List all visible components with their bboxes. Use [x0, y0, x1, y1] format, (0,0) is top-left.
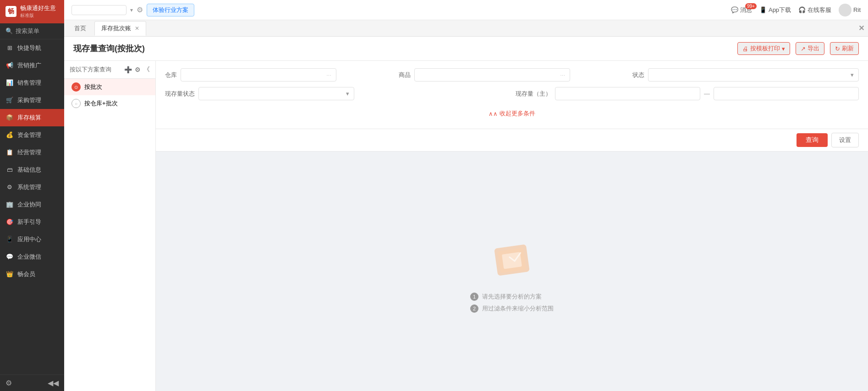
status-select[interactable]: ▾: [648, 68, 859, 81]
sidebar-search-label: 搜索菜单: [16, 27, 39, 35]
scheme-by-warehouse-batch-label: 按仓库+批次: [84, 99, 118, 108]
collapse-more-btn[interactable]: ∧∧ 收起更多条件: [165, 106, 859, 121]
sidebar-item-vip[interactable]: 👑 畅会员: [0, 266, 64, 283]
settings-footer-icon[interactable]: ⚙: [5, 379, 12, 387]
sidebar-item-app-center[interactable]: 📱 应用中心: [0, 231, 64, 248]
enterprise-icon: 🏢: [5, 201, 14, 209]
sidebar-item-wechat[interactable]: 💬 企业微信: [0, 248, 64, 266]
sidebar-item-label: 畅会员: [17, 270, 35, 278]
app-logo: 畅: [5, 6, 16, 17]
refresh-icon: ↻: [835, 45, 840, 52]
app-center-icon: 📱: [5, 235, 14, 244]
sidebar-item-purchase[interactable]: 🛒 采购管理: [0, 92, 64, 109]
status-chevron-icon: ▾: [851, 71, 854, 78]
topbar-search-input[interactable]: [71, 5, 126, 15]
tab-close-icon[interactable]: ✕: [135, 25, 139, 32]
warehouse-ellipsis[interactable]: ···: [326, 71, 331, 78]
warehouse-filter: 仓库 ···: [165, 68, 391, 81]
operations-icon: 📋: [5, 148, 14, 157]
phone-icon: 📱: [759, 6, 767, 13]
guide-icon: 🎯: [5, 218, 14, 226]
marketing-icon: 📢: [5, 61, 14, 70]
tab-home[interactable]: 首页: [68, 22, 93, 35]
sidebar-item-quick-nav[interactable]: ⊞ 快捷导航: [0, 39, 64, 57]
action-row: 查询 设置: [156, 129, 868, 152]
stock-qty-dash: —: [704, 90, 710, 97]
sidebar-item-base[interactable]: 🗃 基础信息: [0, 161, 64, 179]
sidebar-item-operations[interactable]: 📋 经营管理: [0, 144, 64, 161]
app-name-block: 畅康通好生意 标准版: [20, 5, 56, 19]
message-icon: 💬: [731, 6, 738, 13]
user-action[interactable]: Rit: [839, 4, 861, 16]
stock-qty-from[interactable]: [555, 87, 700, 100]
scheme-item-by-warehouse-batch[interactable]: ○ 按仓库+批次: [64, 95, 155, 112]
scheme-item-by-batch[interactable]: ⊙ 按批次: [64, 79, 155, 95]
trial-button[interactable]: 体验行业方案: [147, 4, 194, 16]
warehouse-input[interactable]: ···: [181, 68, 336, 81]
collapse-sidebar-icon[interactable]: ◀◀: [48, 379, 59, 387]
product-input[interactable]: ···: [414, 68, 570, 81]
message-badge: 99+: [745, 3, 757, 9]
sidebar-item-label: 资金管理: [17, 131, 41, 139]
sidebar: 畅 畅康通好生意 标准版 🔍 搜索菜单 ⊞ 快捷导航 📢 营销推广 📊 销售管理…: [0, 0, 64, 391]
stock-status-chevron-icon: ▾: [346, 90, 349, 97]
base-icon: 🗃: [5, 166, 14, 174]
sidebar-item-marketing[interactable]: 📢 营销推广: [0, 57, 64, 74]
collapse-up-icon: ∧∧: [489, 110, 498, 117]
filter-area: 仓库 ··· 商品 ···: [156, 61, 868, 129]
topbar-gear-icon[interactable]: ⚙: [137, 5, 143, 14]
topbar-left: ▾ ⚙ 体验行业方案: [71, 4, 725, 16]
sidebar-item-finance[interactable]: 💰 资金管理: [0, 126, 64, 144]
settings-button[interactable]: 设置: [831, 133, 859, 147]
left-panel-header: 按以下方案查询 ➕ ⚙ 《: [64, 61, 155, 79]
query-button[interactable]: 查询: [797, 133, 828, 147]
stock-status-label: 现存量状态: [165, 90, 195, 98]
export-icon: ↗: [801, 45, 806, 52]
sidebar-item-system[interactable]: ⚙ 系统管理: [0, 179, 64, 196]
content-area: 按以下方案查询 ➕ ⚙ 《 ⊙ 按批次 ○ 按仓库+批次: [64, 61, 868, 391]
filter-row-1: 仓库 ··· 商品 ···: [165, 68, 859, 81]
inventory-icon: 📦: [5, 114, 14, 122]
sidebar-item-guide[interactable]: 🎯 新手引导: [0, 213, 64, 231]
stock-qty-to[interactable]: [714, 87, 859, 100]
system-icon: ⚙: [5, 183, 14, 191]
scheme-settings-icon[interactable]: ⚙: [135, 66, 141, 73]
stock-status-filter: 现存量状态 ▾: [165, 87, 508, 100]
sidebar-item-enterprise[interactable]: 🏢 企业协同: [0, 196, 64, 213]
sidebar-item-sales[interactable]: 📊 销售管理: [0, 74, 64, 92]
export-button[interactable]: ↗ 导出: [796, 42, 824, 55]
add-scheme-icon[interactable]: ➕: [124, 66, 132, 73]
sidebar-item-inventory[interactable]: 📦 库存核算: [0, 109, 64, 126]
empty-svg: [484, 230, 539, 285]
topbar-chevron-icon[interactable]: ▾: [130, 7, 133, 13]
sidebar-item-label: 应用中心: [17, 235, 41, 244]
sidebar-item-label: 营销推广: [17, 61, 41, 70]
avatar: [839, 4, 852, 16]
collapse-left-icon[interactable]: 《: [143, 65, 150, 74]
main-area: ▾ ⚙ 体验行业方案 💬 消息 99+ 📱 App下载 🎧 在线客服 Rit: [64, 0, 868, 391]
page-header: 现存量查询(按批次) 🖨 按模板打印 ▾ ↗ 导出 ↻ 刷新: [64, 37, 868, 61]
stock-qty-filter: 现存量（主） —: [516, 87, 859, 100]
sidebar-item-label: 新手引导: [17, 218, 41, 226]
scheme-active-icon: ⊙: [71, 82, 81, 92]
search-icon: 🔍: [5, 27, 13, 34]
stock-status-select[interactable]: ▾: [198, 87, 354, 100]
product-ellipsis[interactable]: ···: [560, 71, 565, 78]
app-download-action[interactable]: 📱 App下载: [759, 6, 791, 14]
message-action[interactable]: 💬 消息 99+: [731, 6, 752, 14]
sidebar-search[interactable]: 🔍 搜索菜单: [0, 23, 64, 39]
headset-icon: 🎧: [798, 6, 806, 13]
finance-icon: 💰: [5, 131, 14, 139]
quick-nav-icon: ⊞: [5, 44, 14, 52]
vip-icon: 👑: [5, 270, 14, 278]
close-page-icon[interactable]: ✕: [858, 24, 864, 33]
tab-inventory-batch[interactable]: 库存批次账 ✕: [94, 21, 146, 36]
stock-qty-range: —: [555, 87, 859, 100]
right-panel: 仓库 ··· 商品 ···: [156, 61, 868, 391]
sidebar-item-label: 库存核算: [17, 114, 41, 122]
scheme-outline-icon: ○: [71, 99, 81, 108]
refresh-button[interactable]: ↻ 刷新: [830, 42, 859, 55]
print-button[interactable]: 🖨 按模板打印 ▾: [737, 42, 790, 55]
online-service-action[interactable]: 🎧 在线客服: [798, 6, 831, 14]
empty-hints: 1 请先选择要分析的方案 2 用过滤条件来缩小分析范围: [470, 293, 554, 313]
